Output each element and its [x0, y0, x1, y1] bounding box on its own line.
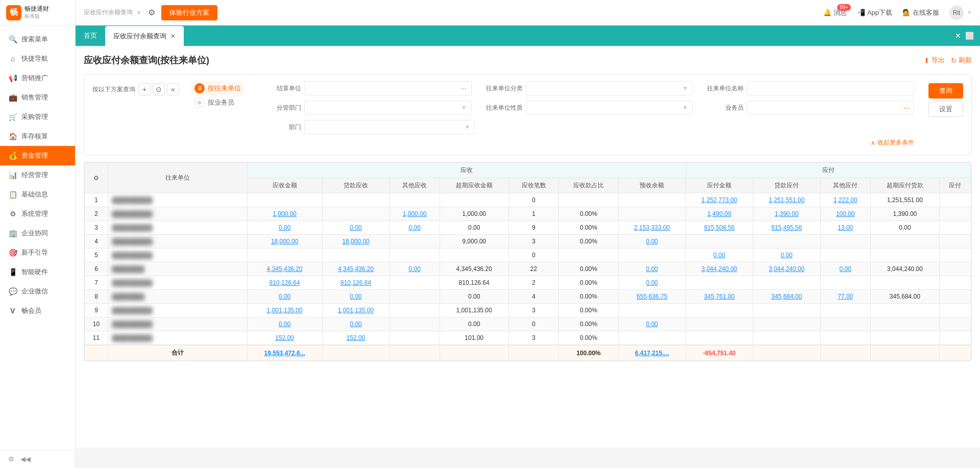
row-ar-amount[interactable]: 1,001,135.00: [247, 304, 322, 317]
sidebar-item-basic-info[interactable]: 📋 基础信息: [0, 185, 75, 204]
sidebar-item-inventory[interactable]: 🏠 库存核算: [0, 127, 75, 146]
row-ap-amount[interactable]: [685, 317, 753, 331]
trial-btn[interactable]: 体验行业方案: [161, 5, 217, 20]
partner-nature-input[interactable]: ▼: [526, 101, 693, 115]
row-ap-loan[interactable]: 345,684.00: [753, 290, 820, 304]
row-ap-other[interactable]: [820, 304, 870, 317]
row-ap-amount[interactable]: 1,490.00: [685, 207, 753, 221]
row-ar-loan[interactable]: [322, 249, 389, 262]
row-ar-prepay[interactable]: 0.00: [618, 235, 685, 249]
row-ap-amount[interactable]: 1,252,773.00: [685, 193, 753, 207]
row-ap-loan[interactable]: [753, 304, 820, 317]
row-ap-amount[interactable]: [685, 331, 753, 346]
settlement-unit-ellipsis[interactable]: ···: [461, 84, 467, 92]
row-ap-other[interactable]: [820, 276, 870, 290]
row-ar-prepay[interactable]: 0.00: [618, 317, 685, 331]
row-ar-amount[interactable]: 4,345,436.20: [247, 262, 322, 276]
table-settings-icon[interactable]: ⚙: [85, 163, 108, 193]
sidebar-item-smart-hw[interactable]: 📱 智能硬件: [0, 262, 75, 282]
row-ap-loan[interactable]: 0.00: [753, 249, 820, 262]
add-scheme-btn[interactable]: +: [138, 83, 151, 95]
row-ap-amount[interactable]: [685, 304, 753, 317]
row-ar-prepay[interactable]: 2,153,333.00: [618, 221, 685, 235]
row-ap-amount[interactable]: 0.00: [685, 249, 753, 262]
sidebar-item-marketing[interactable]: 📢 营销推广: [0, 68, 75, 88]
sidebar-item-corp-collab[interactable]: 🏢 企业协同: [0, 224, 75, 243]
settlement-unit-input[interactable]: ···: [304, 81, 472, 95]
row-ar-other[interactable]: 0.00: [389, 262, 439, 276]
more-conditions-btn[interactable]: ∧ 收起更多条件: [260, 136, 914, 149]
row-ar-amount[interactable]: 1,000.00: [247, 207, 322, 221]
online-service-btn[interactable]: 💁 在线客服: [902, 8, 939, 17]
partner-name-input[interactable]: [747, 81, 914, 95]
scheme-by-salesman[interactable]: ⊙ 按业务员: [191, 95, 244, 110]
row-ap-loan[interactable]: 3,044,240.00: [753, 262, 820, 276]
salesman-input[interactable]: ···: [747, 101, 914, 115]
row-ap-amount[interactable]: 3,044,240.00: [685, 262, 753, 276]
row-ar-loan[interactable]: 810,126.64: [322, 276, 389, 290]
footer-ar-total[interactable]: 19,553,472,6...: [247, 345, 322, 361]
gear-icon[interactable]: ⚙: [148, 8, 155, 17]
row-ap-amount[interactable]: [685, 276, 753, 290]
row-ar-other[interactable]: [389, 331, 439, 346]
row-ar-other[interactable]: [389, 235, 439, 249]
row-ar-loan[interactable]: 0.00: [322, 221, 389, 235]
row-ar-loan[interactable]: [322, 193, 389, 207]
sidebar-collapse-btn[interactable]: ◀◀: [20, 455, 31, 463]
row-ar-loan[interactable]: 0.00: [322, 317, 389, 331]
sidebar-item-vip[interactable]: V 畅会员: [0, 301, 75, 321]
row-ar-amount[interactable]: 0.00: [247, 290, 322, 304]
app-download-btn[interactable]: 📲 App下载: [857, 8, 892, 17]
sidebar-settings-btn[interactable]: ⚙: [8, 455, 14, 463]
prev-scheme-btn[interactable]: «: [167, 83, 179, 95]
row-ar-loan[interactable]: 18,000.00: [322, 235, 389, 249]
row-ar-other[interactable]: [389, 276, 439, 290]
row-ap-other[interactable]: 77.00: [820, 290, 870, 304]
sidebar-item-finance[interactable]: 💰 资金管理: [0, 146, 75, 165]
row-ar-amount[interactable]: 0.00: [247, 317, 322, 331]
scheme-by-partner[interactable]: 通 按往来单位: [191, 81, 244, 95]
department-input[interactable]: ▼: [304, 120, 475, 134]
row-ap-loan[interactable]: [753, 276, 820, 290]
row-ar-loan[interactable]: 4,345,436.20: [322, 262, 389, 276]
row-ap-other[interactable]: 13.00: [820, 221, 870, 235]
division-input[interactable]: ▼: [304, 101, 472, 115]
row-ap-loan[interactable]: [753, 235, 820, 249]
row-ar-prepay[interactable]: [618, 207, 685, 221]
row-ar-other[interactable]: [389, 317, 439, 331]
sidebar-item-purchase[interactable]: 🛒 采购管理: [0, 107, 75, 127]
row-ar-prepay[interactable]: [618, 331, 685, 346]
row-ar-other[interactable]: [389, 249, 439, 262]
row-ap-loan[interactable]: 1,251,551.00: [753, 193, 820, 207]
row-ap-loan[interactable]: [753, 317, 820, 331]
sidebar-item-system[interactable]: ⚙ 系统管理: [0, 204, 75, 224]
row-ar-amount[interactable]: 0.00: [247, 221, 322, 235]
row-ar-loan[interactable]: [322, 207, 389, 221]
row-ap-other[interactable]: [820, 235, 870, 249]
sidebar-item-newcomer[interactable]: 🎯 新手引导: [0, 243, 75, 262]
row-ar-other[interactable]: 1,000.00: [389, 207, 439, 221]
sidebar-item-sales[interactable]: 💼 销售管理: [0, 88, 75, 107]
row-ap-amount[interactable]: 345,761.00: [685, 290, 753, 304]
row-ap-other[interactable]: [820, 331, 870, 346]
row-ap-loan[interactable]: 915,495.56: [753, 221, 820, 235]
row-ar-prepay[interactable]: 0.00: [618, 262, 685, 276]
row-ar-amount[interactable]: [247, 193, 322, 207]
row-ap-amount[interactable]: 915,508.56: [685, 221, 753, 235]
footer-ar-prepay[interactable]: 6,417,215....: [618, 345, 685, 361]
row-ap-amount[interactable]: [685, 235, 753, 249]
sidebar-item-quick-nav[interactable]: ⌂ 快捷导航: [0, 49, 75, 68]
row-ar-other[interactable]: [389, 290, 439, 304]
row-ar-prepay[interactable]: [618, 193, 685, 207]
row-ar-amount[interactable]: 18,000.00: [247, 235, 322, 249]
row-ar-prepay[interactable]: 655,636.75: [618, 290, 685, 304]
query-btn[interactable]: 查询: [928, 83, 963, 98]
edit-scheme-btn[interactable]: ⊙: [153, 83, 165, 95]
row-ar-loan[interactable]: 152.00: [322, 331, 389, 346]
row-ar-amount[interactable]: [247, 249, 322, 262]
row-ap-other[interactable]: 0.00: [820, 262, 870, 276]
row-ar-other[interactable]: [389, 193, 439, 207]
row-ar-other[interactable]: 0.00: [389, 221, 439, 235]
settings-btn[interactable]: 设置: [928, 102, 963, 117]
tab-close-icon[interactable]: ✕: [170, 33, 176, 40]
